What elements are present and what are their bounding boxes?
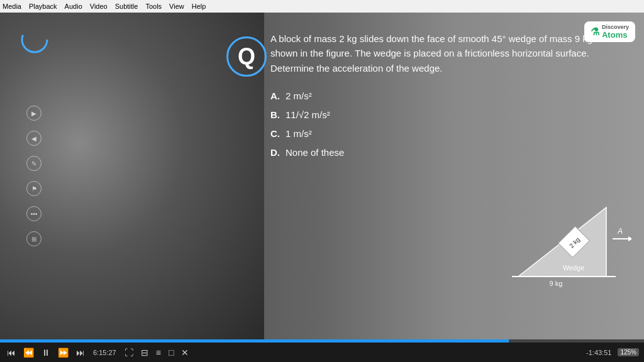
app: Media Playback Audio Video Subtitle Tool… bbox=[0, 0, 644, 362]
option-b: B.11/√2 m/s² bbox=[270, 106, 631, 124]
question-panel: A block of mass 2 kg slides down the fac… bbox=[270, 31, 631, 162]
side-btn-flag[interactable]: ⚑ bbox=[26, 181, 42, 196]
circle-svg bbox=[22, 27, 47, 52]
arrow-head bbox=[628, 236, 631, 241]
side-btn-grid[interactable]: ⊞ bbox=[26, 231, 42, 246]
btn-play-pause[interactable]: ⏸ bbox=[40, 348, 52, 358]
btn-loop[interactable]: □ bbox=[167, 348, 175, 358]
logo-brand: Discovery bbox=[602, 24, 629, 30]
controls-bar: ⏮ ⏪ ⏸ ⏩ ⏭ 6:15:27 ⛶ ⊟ ≡ □ ✕ -1:43:51 125… bbox=[0, 339, 644, 362]
question-icon: Q bbox=[226, 36, 267, 77]
side-btn-back[interactable]: ◀ bbox=[26, 131, 42, 146]
menu-video[interactable]: Video bbox=[90, 3, 108, 10]
speed-badge[interactable]: 125% bbox=[618, 348, 639, 356]
controls-row: ⏮ ⏪ ⏸ ⏩ ⏭ 6:15:27 ⛶ ⊟ ≡ □ ✕ -1:43:51 125… bbox=[0, 343, 644, 362]
option-b-label: B. bbox=[270, 106, 286, 124]
menu-tools[interactable]: Tools bbox=[145, 3, 162, 10]
wedge-label-text: Wedge bbox=[563, 264, 585, 272]
btn-skip-prev[interactable]: ⏮ bbox=[5, 348, 18, 358]
time-elapsed: 6:15:27 bbox=[93, 349, 116, 356]
menu-audio[interactable]: Audio bbox=[65, 3, 82, 10]
q-letter: Q bbox=[238, 43, 255, 70]
progress-fill bbox=[0, 339, 509, 343]
menubar: Media Playback Audio Video Subtitle Tool… bbox=[0, 0, 644, 13]
option-c: C.1 m/s² bbox=[270, 124, 631, 143]
menu-view[interactable]: View bbox=[169, 3, 184, 10]
menu-help[interactable]: Help bbox=[192, 3, 206, 10]
base-label-text: 9 kg bbox=[550, 280, 563, 287]
btn-fullscreen[interactable]: ⛶ bbox=[123, 348, 135, 358]
btn-skip-next[interactable]: ⏭ bbox=[74, 348, 87, 358]
side-btn-play[interactable]: ▶ bbox=[26, 106, 42, 121]
option-a-label: A. bbox=[270, 87, 286, 106]
option-b-text: 11/√2 m/s² bbox=[286, 109, 330, 120]
question-text: A block of mass 2 kg slides down the fac… bbox=[270, 31, 631, 75]
menu-media[interactable]: Media bbox=[3, 3, 21, 10]
options-list: A.2 m/s² B.11/√2 m/s² C.1 m/s² D.None of… bbox=[270, 87, 631, 162]
menu-subtitle[interactable]: Subtitle bbox=[115, 3, 138, 10]
time-remaining: -1:43:51 bbox=[586, 349, 611, 356]
side-btn-edit[interactable]: ✎ bbox=[26, 156, 42, 171]
option-d-text: None of these bbox=[286, 147, 344, 158]
circle-indicator bbox=[19, 24, 50, 55]
option-d-label: D. bbox=[270, 143, 286, 162]
arrow-label-text: A bbox=[617, 227, 623, 236]
option-a-text: 2 m/s² bbox=[286, 90, 312, 101]
video-area: ▶ ◀ ✎ ⚑ ••• ⊞ ⚗ Discovery Atoms Q A bloc… bbox=[0, 13, 644, 339]
side-controls: ▶ ◀ ✎ ⚑ ••• ⊞ bbox=[26, 106, 42, 246]
wedge-diagram: 2 kg A Wedge 9 kg bbox=[506, 195, 631, 289]
option-c-label: C. bbox=[270, 124, 286, 143]
btn-rewind[interactable]: ⏪ bbox=[21, 348, 36, 358]
side-btn-more[interactable]: ••• bbox=[26, 206, 42, 221]
btn-bars[interactable]: ≡ bbox=[154, 348, 163, 358]
btn-forward[interactable]: ⏩ bbox=[56, 348, 70, 358]
option-a: A.2 m/s² bbox=[270, 87, 631, 106]
progress-track[interactable] bbox=[0, 339, 644, 343]
option-d: D.None of these bbox=[270, 143, 631, 162]
option-c-text: 1 m/s² bbox=[286, 128, 312, 139]
menu-playback[interactable]: Playback bbox=[29, 3, 57, 10]
btn-close[interactable]: ✕ bbox=[179, 348, 191, 358]
btn-aspect[interactable]: ⊟ bbox=[139, 348, 150, 358]
diagram: 2 kg A Wedge 9 kg bbox=[506, 195, 631, 289]
